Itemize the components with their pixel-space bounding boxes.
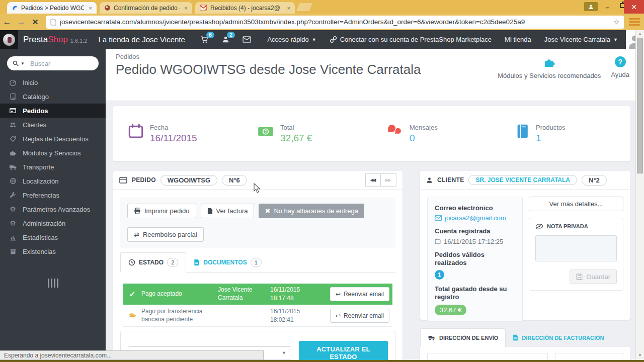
tab-direccion-envio[interactable]: DIRECCIÓN DE ENVÍO bbox=[420, 328, 506, 347]
search-scope-caret-icon[interactable]: ▼ bbox=[21, 61, 25, 66]
print-order-button[interactable]: Imprimir pedido bbox=[127, 204, 196, 218]
bar-chart-icon bbox=[9, 234, 17, 241]
url-text[interactable]: josevicentecarratala.com/alumnos/jvicent… bbox=[60, 18, 610, 26]
sidebar-item-modulos[interactable]: Módulos y Servicios bbox=[0, 146, 106, 160]
swap-arrows-icon: ⇄ bbox=[134, 231, 139, 238]
customers-group-icon bbox=[9, 121, 17, 128]
tab-close-icon[interactable]: × bbox=[89, 5, 92, 11]
partial-refund-button[interactable]: ⇄ Reembolso parcial bbox=[127, 227, 204, 242]
forward-button[interactable]: → bbox=[14, 17, 28, 27]
brand-name: PrestaShop bbox=[23, 35, 68, 45]
prestashop-logo[interactable] bbox=[0, 30, 18, 49]
sidebar-item-administracion[interactable]: ⚙Administración bbox=[0, 216, 106, 230]
url-bar[interactable]: josevicentecarratala.com/alumnos/jvicent… bbox=[46, 16, 624, 29]
messages-icon bbox=[387, 124, 403, 138]
sidebar-item-estadisticas[interactable]: Estadísticas bbox=[0, 230, 106, 244]
browser-menu-icon[interactable] bbox=[629, 18, 640, 26]
stat-mensajes: Mensajes0 bbox=[372, 124, 501, 144]
sidebar-item-clientes[interactable]: Clientes bbox=[0, 118, 106, 132]
browser-tab-confirmation[interactable]: Confirmación de pedido - × bbox=[100, 2, 192, 14]
invoice-file-icon bbox=[207, 208, 213, 215]
order-card-icon bbox=[119, 177, 127, 184]
cart-notifications[interactable]: 6 bbox=[200, 36, 209, 44]
scroll-down-arrow-icon[interactable]: ▼ bbox=[636, 353, 644, 357]
wrench-icon bbox=[9, 192, 17, 199]
customer-panel: CLIENTE SR. JOSE VICENTE CARRATALA N°2 C… bbox=[420, 171, 630, 320]
estado-count-badge: 2 bbox=[167, 258, 178, 267]
tab-direccion-facturacion[interactable]: DIRECCIÓN DE FACTURACIÓN bbox=[506, 328, 611, 347]
cart-badge: 6 bbox=[206, 32, 214, 38]
resend-email-button[interactable]: ↩Reenviar email bbox=[330, 287, 389, 301]
view-invoice-button[interactable]: Ver factura bbox=[201, 204, 255, 218]
link-icon bbox=[330, 36, 337, 43]
sidebar-search[interactable]: ▼ bbox=[7, 56, 99, 70]
order-summary-card: Fecha16/11/2015 1 Total32,67 € Mensajes0… bbox=[113, 106, 630, 161]
browser-tab-bar: Pedidos > Pedido WGOOI × Confirmación de… bbox=[0, 0, 644, 14]
tab-documentos[interactable]: DOCUMENTOS 1 bbox=[186, 253, 269, 272]
previous-order-button[interactable]: ◀◀ bbox=[365, 173, 381, 187]
sidebar-item-existencias[interactable]: Existencias bbox=[0, 244, 106, 258]
save-note-button[interactable]: Guardar bbox=[570, 269, 617, 284]
sidebar-collapse-handle[interactable] bbox=[45, 279, 60, 288]
total-spent-badge: 32,67 € bbox=[435, 305, 466, 315]
customer-name-pill[interactable]: SR. JOSE VICENTE CARRATALA bbox=[468, 175, 577, 185]
my-shop-link[interactable]: Mi tienda bbox=[505, 36, 531, 43]
page-header: Pedidos Pedido WGOOIWTSG desde Jose Vice… bbox=[106, 49, 635, 101]
scrollbar-thumb[interactable] bbox=[637, 38, 643, 173]
help-link[interactable]: ? Ayuda bbox=[611, 56, 629, 79]
sidebar-item-localizacion[interactable]: Localización bbox=[0, 174, 106, 188]
stat-value-mensajes: 0 bbox=[410, 133, 438, 144]
browser-tab-orders[interactable]: Pedidos > Pedido WGOOI × bbox=[7, 2, 97, 14]
recommended-modules-link[interactable]: Módulos y Servicios recomendados bbox=[498, 56, 601, 79]
view-details-button[interactable]: Ver más detalles... bbox=[529, 197, 623, 211]
billing-doc-icon bbox=[513, 334, 518, 341]
sidebar-item-inicio[interactable]: Inicio bbox=[0, 75, 106, 89]
browser-profile-button[interactable] bbox=[584, 2, 598, 11]
messages-notifications[interactable] bbox=[243, 36, 251, 43]
tab-close-icon[interactable]: × bbox=[287, 5, 290, 11]
sidebar-item-catalogo[interactable]: Catálogo bbox=[0, 89, 106, 104]
customer-notifications[interactable]: 2 bbox=[222, 36, 229, 43]
search-input[interactable] bbox=[29, 59, 82, 68]
browser-tab-gmail[interactable]: 4 Recibidos (4) - jocarsa2@ × bbox=[195, 2, 295, 14]
status-name: Pago por transferencia bancaria pendient… bbox=[141, 308, 218, 323]
minimize-button[interactable]: – bbox=[602, 1, 613, 11]
mail-icon bbox=[435, 215, 442, 221]
sidebar-item-transporte[interactable]: Transporte bbox=[0, 160, 106, 174]
close-window-button[interactable]: ✕ bbox=[624, 0, 644, 14]
shop-name-link[interactable]: La tienda de Jose Vicente bbox=[98, 35, 185, 44]
private-note-textarea[interactable] bbox=[535, 235, 617, 261]
bookmark-star-icon[interactable]: ☆ bbox=[613, 18, 620, 27]
page-icon bbox=[50, 19, 56, 26]
stop-button[interactable]: ✕ bbox=[28, 18, 42, 27]
tab-estado[interactable]: ESTADO 2 bbox=[120, 252, 186, 273]
quick-access-menu[interactable]: Acceso rápido▼ bbox=[267, 36, 316, 43]
customer-panel-title: CLIENTE bbox=[437, 176, 464, 184]
next-order-button[interactable]: ▶▶ bbox=[381, 173, 396, 187]
sidebar-item-pedidos[interactable]: Pedidos bbox=[0, 104, 106, 118]
browser-status-text: Esperando a josevicentecarratala.com... bbox=[0, 350, 264, 360]
tab-close-icon[interactable]: × bbox=[185, 5, 188, 11]
reply-arrow-icon: ↩ bbox=[336, 291, 341, 298]
truck-icon bbox=[9, 164, 17, 170]
user-menu[interactable]: Jose Vicente Carratala▼ bbox=[544, 36, 618, 43]
valid-orders-label: Pedidos válidos realizados bbox=[435, 251, 515, 267]
update-status-button[interactable]: ACTUALIZAR EL ESTADO bbox=[299, 341, 388, 362]
new-tab-button[interactable] bbox=[296, 3, 312, 11]
sidebar-item-descuentos[interactable]: Reglas de Descuentos bbox=[0, 132, 106, 146]
tab-title: Pedidos > Pedido WGOOI bbox=[21, 5, 84, 12]
marketplace-link[interactable]: Conectar con su cuenta de PrestaShop Mar… bbox=[330, 36, 492, 43]
order-panel-title: PEDIDO bbox=[132, 176, 156, 184]
back-button[interactable]: ← bbox=[0, 17, 14, 27]
customer-email-link[interactable]: jocarsa2@gmail.com bbox=[435, 214, 515, 222]
page-scrollbar[interactable]: ▲ ▼ bbox=[635, 30, 644, 360]
sidebar-item-preferencias[interactable]: Preferencias bbox=[0, 188, 106, 202]
breadcrumb[interactable]: Pedidos bbox=[116, 53, 139, 60]
scroll-up-arrow-icon[interactable]: ▲ bbox=[636, 32, 644, 36]
page-title: Pedido WGOOIWTSG desde Jose Vicente Carr… bbox=[116, 62, 421, 77]
resend-email-button[interactable]: ↩Reenviar email bbox=[330, 309, 389, 323]
clock-icon bbox=[128, 259, 135, 266]
customer-panel-header: CLIENTE SR. JOSE VICENTE CARRATALA N°2 bbox=[420, 171, 630, 190]
stat-value-productos: 1 bbox=[536, 133, 566, 144]
sidebar-item-parametros[interactable]: ⚙Parámetros Avanzados bbox=[0, 202, 106, 216]
